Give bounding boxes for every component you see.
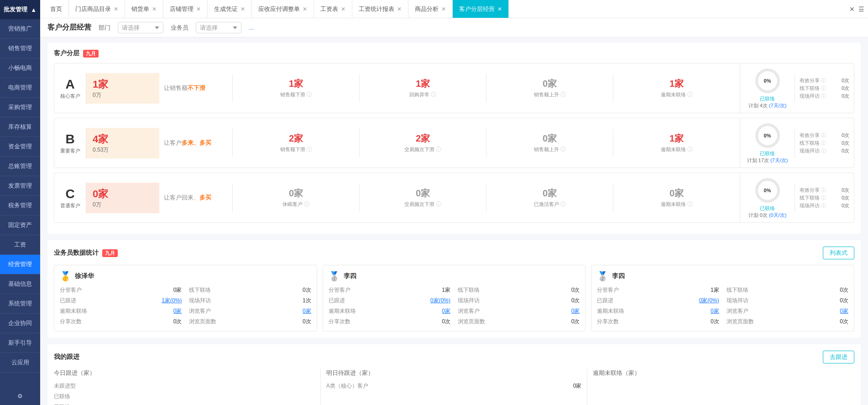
info-icon-C-3[interactable]: ⓘ	[687, 200, 693, 208]
sidebar-item-jichu[interactable]: 基础信息	[0, 274, 40, 294]
sidebar-item-yun[interactable]: 云应用	[0, 353, 40, 373]
staff-stats-grid-2: 分管客户1家线下联络0次已跟进0家(0%)现场拜访0次逾期未联络0家浏览客户0家…	[597, 286, 848, 326]
circle-chart-B: 0%	[754, 122, 781, 149]
tab-gongzitongji[interactable]: 工资统计报表✕	[352, 0, 408, 18]
dept-filter-select[interactable]: 请选择	[118, 22, 163, 33]
rs-val-C-2: 0次	[842, 202, 849, 209]
circle-label-B: 已联络	[760, 150, 775, 157]
circle-link-A[interactable]: (7天/次)	[769, 103, 787, 108]
staff-stat-val-2-2[interactable]: 0家(0%)	[699, 297, 719, 305]
staff-stat-label-1-3: 现场拜访	[458, 297, 480, 305]
tab-xiaoshou_dan[interactable]: 销货单✕	[125, 0, 163, 18]
list-view-btn[interactable]: 列表式	[823, 247, 854, 259]
sidebar-item-zhangmu[interactable]: 总账管理	[0, 157, 40, 176]
staff-name-0: 徐泽华	[75, 272, 94, 280]
tab-close-dianpu[interactable]: ✕	[196, 6, 201, 12]
page-body: 客户分层 九月 A核心客户1家0万让销售额不下滑1家销售额下滑 ⓘ1家回购异常 …	[40, 37, 868, 405]
tab-shop_goods[interactable]: 门店商品目录✕	[69, 0, 125, 18]
circle-link-B[interactable]: (7天/次)	[770, 158, 788, 163]
sidebar-item-xiaoshou[interactable]: 销售管理	[0, 39, 40, 58]
sidebar-item-gongzi[interactable]: 工资	[0, 235, 40, 255]
sidebar-item-xitong[interactable]: 系统管理	[0, 294, 40, 314]
sidebar-item-caigou[interactable]: 采购管理	[0, 98, 40, 117]
info-icon-C-1[interactable]: ⓘ	[436, 200, 441, 208]
staff-stat-val-2-1: 0次	[840, 286, 848, 294]
sidebar-item-shuiwu[interactable]: 税务管理	[0, 196, 40, 216]
staff-stat-val-1-4[interactable]: 0家	[442, 307, 450, 315]
sidebar-item-xinshou[interactable]: 新手引导	[0, 333, 40, 353]
tier-name-C: 普通客户	[60, 202, 80, 209]
info-icon-A-3[interactable]: ⓘ	[687, 91, 693, 99]
staff-stat-val-2-5[interactable]: 0家	[840, 307, 848, 315]
sidebar-item-dianshang[interactable]: 电商管理	[0, 78, 40, 98]
sidebar-item-jingying[interactable]: 经营管理	[0, 255, 40, 274]
tab-shengcheng[interactable]: 生成凭证✕	[208, 0, 252, 18]
staff-stat-val-0-2[interactable]: 1家(0%)	[162, 297, 182, 305]
staff-stat-label-0-2: 已跟进	[60, 297, 76, 305]
info-icon-C-2[interactable]: ⓘ	[560, 200, 566, 208]
tab-close-shop_goods[interactable]: ✕	[114, 6, 118, 12]
tab-shangpin[interactable]: 商品分析✕	[408, 0, 453, 18]
tab-menu-icon[interactable]: ☰	[858, 5, 864, 13]
sidebar-header[interactable]: 批发管理 ▲	[0, 0, 40, 19]
sidebar-item-zijin[interactable]: 资金管理	[0, 137, 40, 157]
sidebar-item-kucun[interactable]: 库存核算	[0, 117, 40, 137]
tab-close-kehu_fen[interactable]: ✕	[497, 6, 502, 12]
sidebar-settings[interactable]: ⚙	[0, 387, 40, 405]
tier-stat-label-A-1: 回购异常 ⓘ	[409, 91, 436, 99]
sidebar-item-xiaodian[interactable]: 小畅电商	[0, 58, 40, 78]
rs-info-C-2[interactable]: ⓘ	[821, 203, 826, 208]
more-filter-btn[interactable]: ...	[249, 24, 254, 31]
rs-info-B-0[interactable]: ⓘ	[821, 132, 826, 138]
rs-info-A-2[interactable]: ⓘ	[821, 93, 826, 99]
tab-dianpu[interactable]: 店铺管理✕	[163, 0, 208, 18]
info-icon-A-1[interactable]: ⓘ	[431, 91, 436, 99]
tab-close-gongzitongji[interactable]: ✕	[397, 6, 402, 12]
tier-stat-C-2: 0家已激活客户 ⓘ	[486, 184, 613, 212]
tab-close-shengcheng[interactable]: ✕	[241, 6, 245, 12]
tab-close-xiaoshou_dan[interactable]: ✕	[152, 6, 157, 12]
info-icon-B-3[interactable]: ⓘ	[687, 146, 693, 153]
info-icon-A-2[interactable]: ⓘ	[560, 91, 566, 99]
info-icon-A-0[interactable]: ⓘ	[307, 91, 312, 99]
info-icon-B-0[interactable]: ⓘ	[307, 146, 312, 153]
sidebar-item-qiye[interactable]: 企业协同	[0, 314, 40, 333]
info-icon-C-0[interactable]: ⓘ	[304, 200, 309, 208]
tab-home[interactable]: 首页	[44, 0, 69, 18]
staff-stat-val-0-7: 0次	[303, 318, 311, 326]
rs-info-C-1[interactable]: ⓘ	[821, 195, 826, 200]
staff-stat-1-4: 逾期未联络0家	[329, 307, 450, 315]
tab-gongzibiao[interactable]: 工资表✕	[314, 0, 352, 18]
staff-stat-val-0-5[interactable]: 0家	[303, 307, 311, 315]
tab-close-shangpin[interactable]: ✕	[441, 6, 446, 12]
tab-kehu_fen[interactable]: 客户分层经营✕	[453, 0, 509, 18]
rs-info-B-2[interactable]: ⓘ	[821, 148, 826, 153]
staff-filter-label: 业务员	[171, 24, 188, 32]
tier-stat-A-3: 1家逾期未联络 ⓘ	[613, 74, 740, 102]
rs-info-B-1[interactable]: ⓘ	[821, 140, 826, 146]
rs-info-A-1[interactable]: ⓘ	[821, 85, 826, 91]
staff-stat-val-1-2[interactable]: 0家(0%)	[430, 297, 450, 305]
tab-close-gongzibiao[interactable]: ✕	[341, 6, 345, 12]
info-icon-B-2[interactable]: ⓘ	[560, 146, 566, 153]
sidebar-item-guding[interactable]: 固定资产	[0, 216, 40, 235]
circle-chart-C: 0%	[754, 177, 781, 204]
sidebar-item-yingxiao[interactable]: 营销推广	[0, 19, 40, 39]
tab-label-yingshou: 应收应付调整单	[258, 5, 300, 13]
circle-link-C[interactable]: (0天/次)	[769, 212, 787, 218]
rs-info-C-0[interactable]: ⓘ	[821, 187, 826, 193]
tab-yingshou[interactable]: 应收应付调整单✕	[252, 0, 314, 18]
followup-goto-btn[interactable]: 去跟进	[823, 351, 854, 363]
rs-info-A-0[interactable]: ⓘ	[821, 78, 826, 83]
staff-stat-val-1-5[interactable]: 0家	[571, 307, 580, 315]
tier-month-badge: 九月	[83, 50, 99, 58]
tab-close-all-icon[interactable]: ✕	[849, 5, 855, 13]
staff-stat-val-2-4[interactable]: 0家	[711, 307, 719, 315]
staff-filter-select[interactable]: 请选择	[196, 22, 241, 33]
tab-close-yingshou[interactable]: ✕	[303, 6, 307, 12]
info-icon-B-1[interactable]: ⓘ	[436, 146, 441, 153]
staff-stat-label-0-5: 浏览客户	[189, 307, 211, 315]
staff-stat-val-0-4[interactable]: 0家	[173, 307, 182, 315]
sidebar-item-fapiao[interactable]: 发票管理	[0, 176, 40, 196]
tier-slogan-A: 让销售额不下滑	[159, 79, 232, 97]
